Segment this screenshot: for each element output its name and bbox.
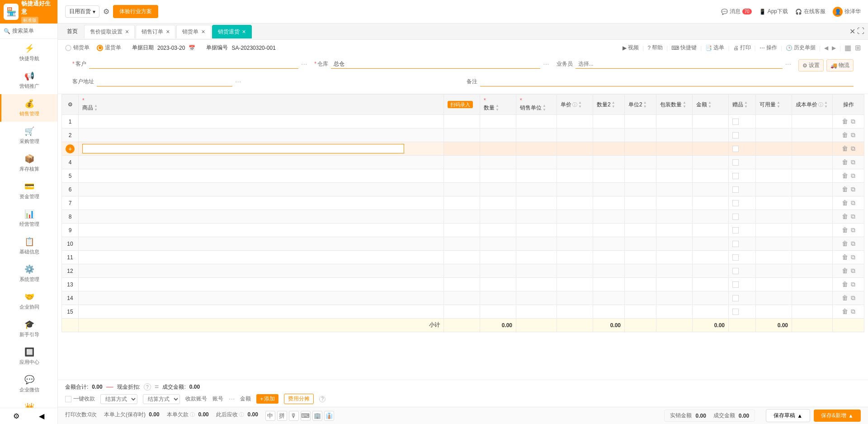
copy-row-icon[interactable]: ⧉ bbox=[851, 240, 855, 248]
row-pkg[interactable] bbox=[656, 129, 693, 142]
service-btn[interactable]: 🎧 在线客服 bbox=[795, 8, 826, 15]
tab-close-price-settings[interactable]: × bbox=[125, 29, 129, 35]
shortcut-btn[interactable]: ⌨ 快捷键 bbox=[671, 44, 697, 52]
sidebar-item-enterprise[interactable]: 🤝 企业协同 bbox=[0, 287, 57, 315]
video-btn[interactable]: ▶ 视频 bbox=[623, 44, 639, 52]
delete-row-icon[interactable]: 🗑 bbox=[842, 308, 848, 315]
sidebar-item-marketing[interactable]: 📢 营销推广 bbox=[0, 67, 57, 94]
avail-sort[interactable]: ▲▼ bbox=[777, 100, 780, 109]
scan-btn[interactable]: 扫码录入 bbox=[448, 101, 473, 108]
debt-help-icon[interactable]: ⓘ bbox=[190, 412, 195, 417]
delete-row-icon[interactable]: 🗑 bbox=[842, 281, 848, 288]
action-btn[interactable]: ⋯ 操作 bbox=[760, 44, 777, 52]
one-click-payment-check[interactable]: 一键收款 bbox=[65, 395, 95, 403]
row-product[interactable] bbox=[79, 142, 444, 156]
sidebar-item-shortcut[interactable]: ⚡ 快捷导航 bbox=[0, 39, 57, 67]
sidebar-search[interactable]: 🔍 搜索菜单 bbox=[0, 24, 57, 39]
radio-return[interactable]: 退货单 bbox=[97, 44, 121, 52]
tab-home[interactable]: 首页 bbox=[61, 25, 83, 38]
warehouse-dots[interactable]: ··· bbox=[543, 60, 549, 68]
delete-row-icon[interactable]: 🗑 bbox=[842, 118, 848, 125]
copy-row-icon[interactable]: ⧉ bbox=[851, 158, 855, 166]
sidebar-item-base[interactable]: 📋 基础信息 bbox=[0, 232, 57, 260]
delete-row-icon[interactable]: 🗑 bbox=[842, 267, 848, 275]
sidebar-item-apps[interactable]: 🔲 应用中心 bbox=[0, 343, 57, 370]
sidebar-item-wechat[interactable]: 💬 企业微信 bbox=[0, 370, 57, 398]
sidebar-collapse-icon[interactable]: ◀ bbox=[39, 412, 44, 420]
close-tab-icon[interactable]: ✕ bbox=[849, 27, 855, 36]
delete-row-icon[interactable]: 🗑 bbox=[842, 131, 848, 139]
customer-input[interactable] bbox=[89, 59, 298, 69]
row-unit2[interactable] bbox=[625, 142, 656, 156]
th-scan[interactable]: 扫码录入 bbox=[444, 95, 480, 115]
row-amount[interactable] bbox=[693, 115, 729, 129]
message-btn[interactable]: 💬 消息 70 bbox=[721, 8, 752, 15]
bottom-icon-3[interactable]: 🎙 bbox=[289, 411, 299, 421]
save-new-btn[interactable]: 保存&新增 ▲ bbox=[814, 410, 861, 422]
cost-sort[interactable]: ▲▼ bbox=[824, 100, 828, 109]
trial-btn[interactable]: 体验行业方案 bbox=[113, 5, 158, 18]
unit-sort[interactable]: ▲▼ bbox=[542, 104, 546, 112]
view-list-icon[interactable]: ▦ bbox=[844, 43, 851, 52]
warehouse-input[interactable] bbox=[331, 59, 540, 69]
delete-row-icon[interactable]: 🗑 bbox=[842, 158, 848, 166]
tab-close-sales-order[interactable]: × bbox=[166, 29, 170, 35]
one-click-checkbox[interactable] bbox=[65, 396, 71, 402]
remarks-input[interactable] bbox=[480, 77, 854, 86]
row-price[interactable] bbox=[557, 142, 593, 156]
industry-dropdown[interactable]: 日用百货 ▾ bbox=[65, 5, 99, 18]
add-payment-btn[interactable]: + 添加 bbox=[256, 394, 278, 404]
calc-method-select[interactable]: 结算方式 bbox=[143, 394, 180, 404]
radio-sales[interactable]: 销货单 bbox=[65, 44, 90, 52]
app-download-btn[interactable]: 📱 App下载 bbox=[759, 8, 788, 15]
sidebar-item-finance[interactable]: 💳 资金管理 bbox=[0, 177, 57, 205]
row-qty2[interactable] bbox=[593, 129, 625, 142]
copy-row-icon[interactable]: ⧉ bbox=[851, 213, 855, 220]
nav-next-icon[interactable]: ▶ bbox=[832, 45, 836, 51]
address-dots[interactable]: ··· bbox=[235, 78, 241, 86]
row-avail[interactable] bbox=[756, 115, 792, 129]
delete-row-icon[interactable]: 🗑 bbox=[842, 213, 848, 220]
address-input[interactable] bbox=[97, 77, 232, 86]
tab-sales-return[interactable]: 销货退货 × bbox=[212, 25, 252, 38]
row-product[interactable] bbox=[79, 115, 444, 129]
delete-row-icon[interactable]: 🗑 bbox=[842, 294, 848, 302]
row-price[interactable] bbox=[557, 129, 593, 142]
salesperson-dots[interactable]: ··· bbox=[785, 60, 791, 68]
tab-price-settings[interactable]: 售价提取设置 × bbox=[84, 25, 135, 38]
bottom-icon-6[interactable]: 👔 bbox=[324, 411, 334, 421]
price-sort[interactable]: ▲▼ bbox=[578, 100, 582, 109]
save-draft-btn[interactable]: 保存草稿 ▲ bbox=[766, 409, 810, 422]
row-unit[interactable] bbox=[516, 129, 557, 142]
select-order-btn[interactable]: 📑 选单 bbox=[705, 44, 724, 52]
sidebar-settings-icon[interactable]: ⚙ bbox=[13, 412, 19, 420]
row-product[interactable] bbox=[79, 129, 444, 142]
settlement-method-select[interactable]: 结算方式 bbox=[100, 394, 137, 404]
qty2-sort[interactable]: ▲▼ bbox=[612, 100, 615, 109]
row-avail[interactable] bbox=[756, 129, 792, 142]
delete-row-icon[interactable]: 🗑 bbox=[842, 145, 848, 152]
tab-sales-delivery[interactable]: 销货单 × bbox=[176, 25, 211, 38]
th-settings[interactable]: ⚙ bbox=[62, 95, 79, 115]
delete-row-icon[interactable]: 🗑 bbox=[842, 226, 848, 234]
copy-row-icon[interactable]: ⧉ bbox=[851, 172, 855, 180]
row-qty[interactable] bbox=[480, 115, 516, 129]
gift-sort[interactable]: ▲▼ bbox=[744, 100, 748, 109]
row-cost[interactable] bbox=[792, 129, 833, 142]
sidebar-item-system[interactable]: ⚙️ 系统管理 bbox=[0, 260, 57, 287]
row-unit2[interactable] bbox=[625, 115, 656, 129]
copy-row-icon[interactable]: ⧉ bbox=[851, 294, 855, 302]
fee-split-btn[interactable]: 费用分摊 bbox=[284, 394, 314, 404]
form-settings-btn[interactable]: ⚙ 设置 bbox=[798, 59, 824, 71]
row-price[interactable] bbox=[557, 115, 593, 129]
copy-row-icon[interactable]: ⧉ bbox=[851, 308, 855, 315]
recv-help-icon[interactable]: ⓘ bbox=[239, 412, 244, 417]
salesperson-input[interactable] bbox=[576, 59, 783, 69]
copy-row-icon[interactable]: ⧉ bbox=[851, 131, 855, 139]
row-gift-check[interactable] bbox=[729, 142, 756, 156]
sidebar-item-operation[interactable]: 📊 经营管理 bbox=[0, 205, 57, 232]
expand-tab-icon[interactable]: ⛶ bbox=[857, 27, 864, 36]
product-input[interactable] bbox=[82, 144, 404, 153]
tab-close-sales-return[interactable]: × bbox=[242, 29, 246, 35]
row-amount[interactable] bbox=[693, 142, 729, 156]
